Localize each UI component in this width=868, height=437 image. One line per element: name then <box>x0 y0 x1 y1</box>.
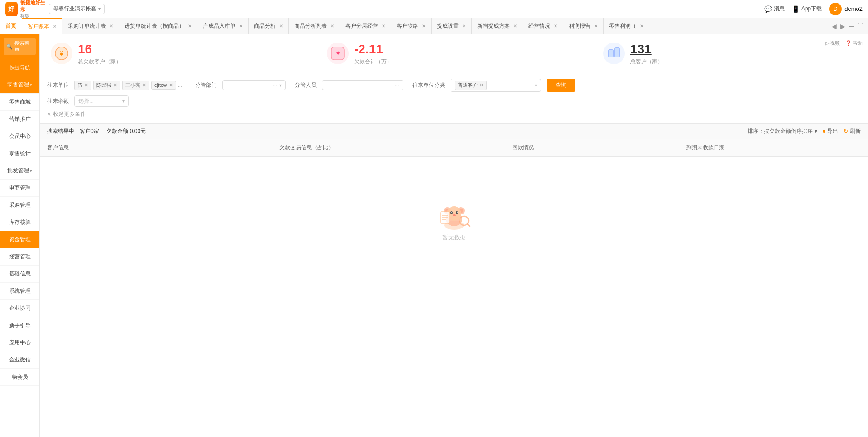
content-area: ¥ 16 总欠款客户（家） ✦ -2.11 欠款合计（万） <box>40 34 868 437</box>
remove-unit-wu-button[interactable]: ✕ <box>84 82 88 88</box>
customers-icon: ¥ <box>51 43 72 64</box>
app-download-button[interactable]: 📱 App下载 <box>792 5 822 13</box>
remove-unit-cjttcw-button[interactable]: ✕ <box>169 82 173 88</box>
close-icon[interactable]: ✕ <box>53 24 57 29</box>
sidebar-item-ecommerce[interactable]: 电商管理 <box>0 180 39 197</box>
tab-home[interactable]: 首页 <box>0 18 22 34</box>
tab-production-stock[interactable]: 产成品入库单 ✕ <box>197 18 249 34</box>
tab-purchase-order[interactable]: 采购订单统计表 ✕ <box>62 18 119 34</box>
svg-line-19 <box>467 224 470 227</box>
sort-button[interactable]: 排序：按欠款金额倒序排序 ▾ <box>748 128 817 135</box>
all-customers-icon <box>603 43 625 64</box>
tab-stock-stats[interactable]: 进货单统计表（按商品） ✕ <box>119 18 197 34</box>
remove-category-button[interactable]: ✕ <box>480 82 484 88</box>
user-menu-button[interactable]: D demo2 <box>829 3 863 15</box>
balance-dropdown-icon: ▾ <box>122 99 125 104</box>
col-repayment: 回款情况 <box>512 144 686 152</box>
search-menu-button[interactable]: 🔍 搜索菜单 <box>0 34 39 59</box>
close-icon[interactable]: ✕ <box>594 24 598 28</box>
results-info: 搜索结果中：客户0家 欠款金额 0.00元 <box>47 128 146 135</box>
close-icon[interactable]: ✕ <box>382 24 385 28</box>
collapse-filters-button[interactable]: ∧ 收起更多条件 <box>47 110 861 118</box>
sidebar-item-basic-info[interactable]: 基础信息 <box>0 266 39 283</box>
more-units-button[interactable]: ... <box>178 82 182 88</box>
sidebar-item-enterprise-wechat[interactable]: 企业微信 <box>0 352 39 369</box>
remove-unit-wang-button[interactable]: ✕ <box>142 82 146 88</box>
col-debt-info: 欠款交易信息（占比） <box>279 144 512 152</box>
sidebar-item-wholesale[interactable]: 批发管理 ▾ <box>0 162 39 180</box>
tab-operation[interactable]: 经营情况 ✕ <box>523 18 563 34</box>
tab-maximize-icon[interactable]: ⛶ <box>856 22 864 31</box>
sidebar-item-member-plus[interactable]: 畅会员 <box>0 369 39 386</box>
person-input[interactable]: ··· <box>322 80 403 90</box>
table-header: 客户信息 欠款交易信息（占比） 回款情况 到期未收款日期 <box>40 139 868 157</box>
stat-debt-values: -2.11 欠款合计（万） <box>354 42 392 66</box>
unit-filter-tags: 伍 ✕ 陈民强 ✕ 王小亮 ✕ cjttcw ✕ ... <box>74 81 182 90</box>
sidebar-item-purchase[interactable]: 采购管理 <box>0 197 39 214</box>
sidebar-item-guide[interactable]: 新手引导 <box>0 317 39 334</box>
sidebar-item-member[interactable]: 会员中心 <box>0 128 39 145</box>
tab-new-commission[interactable]: 新增提成方案 ✕ <box>472 18 523 34</box>
sidebar-item-quick-nav[interactable]: 快捷导航 <box>0 61 39 75</box>
tab-customer-account[interactable]: 客户账本 ✕ <box>22 18 62 34</box>
dept-select[interactable]: ··· ▾ <box>222 80 286 90</box>
remove-unit-chen-button[interactable]: ✕ <box>113 82 117 88</box>
svg-text:¥: ¥ <box>59 50 63 57</box>
sidebar-item-marketing[interactable]: 营销推广 <box>0 111 39 128</box>
sidebar-item-finance[interactable]: 资金管理 <box>0 231 39 248</box>
help-button[interactable]: ❓ 帮助 <box>845 40 863 47</box>
message-button[interactable]: 💬 消息 <box>764 5 785 13</box>
tab-profit-report[interactable]: 利润报告 ✕ <box>563 18 604 34</box>
close-icon[interactable]: ✕ <box>188 24 192 28</box>
sidebar: 🔍 搜索菜单 快捷导航 零售管理 ▾ 零售商城 营销推广 会员中心 零售统计 批… <box>0 34 40 437</box>
close-icon[interactable]: ✕ <box>110 24 113 28</box>
chevron-icon: ▾ <box>30 83 32 87</box>
category-select[interactable]: 普通客户 ✕ ▾ <box>451 79 541 92</box>
close-icon[interactable]: ✕ <box>331 24 334 28</box>
export-icon <box>823 130 825 133</box>
sidebar-item-app-center[interactable]: 应用中心 <box>0 334 39 352</box>
sidebar-item-inventory[interactable]: 库存核算 <box>0 214 39 231</box>
sidebar-item-operation[interactable]: 经营管理 <box>0 248 39 266</box>
sidebar-menu: 零售管理 ▾ 零售商城 营销推广 会员中心 零售统计 批发管理 ▾ 电商管理 采… <box>0 76 39 437</box>
tab-minimize-icon[interactable]: ─ <box>848 22 854 31</box>
sidebar-item-system[interactable]: 系统管理 <box>0 283 39 300</box>
sidebar-item-retail[interactable]: 零售管理 ▾ <box>0 76 39 94</box>
svg-rect-5 <box>615 48 619 57</box>
close-icon[interactable]: ✕ <box>513 24 517 28</box>
stat-debt-number: -2.11 <box>354 42 392 57</box>
person-more-icon: ··· <box>395 82 399 88</box>
dept-more-icon: ··· <box>273 82 278 88</box>
tab-customer-contact[interactable]: 客户联络 ✕ <box>391 18 432 34</box>
refresh-button[interactable]: ↻ 刷新 <box>844 128 861 135</box>
video-help-button[interactable]: ▷ 视频 <box>825 40 840 47</box>
balance-select[interactable]: 选择... ▾ <box>74 95 129 107</box>
tab-commission-settings[interactable]: 提成设置 ✕ <box>432 18 472 34</box>
tab-product-analysis-list[interactable]: 商品分析列表 ✕ <box>289 18 340 34</box>
tab-scroll-left-icon[interactable]: ◀ <box>831 22 838 31</box>
account-selector[interactable]: 母婴行业演示帐套 ▾ <box>49 4 105 14</box>
query-button[interactable]: 查询 <box>547 79 575 92</box>
nav-tabs: 首页 客户账本 ✕ 采购订单统计表 ✕ 进货单统计表（按商品） ✕ 产成品入库单… <box>0 18 868 34</box>
dept-filter-label: 分管部门 <box>195 81 217 89</box>
category-tag-normal: 普通客户 ✕ <box>455 81 487 90</box>
svg-point-16 <box>457 212 458 213</box>
sidebar-item-retail-mall[interactable]: 零售商城 <box>0 94 39 111</box>
export-button[interactable]: 导出 <box>823 128 838 135</box>
tab-customer-tier[interactable]: 客户分层经营 ✕ <box>340 18 391 34</box>
refresh-icon: ↻ <box>844 128 848 134</box>
close-icon[interactable]: ✕ <box>640 24 643 28</box>
stat-total-customers: ¥ 16 总欠款客户（家） <box>40 34 316 73</box>
close-icon[interactable]: ✕ <box>422 24 426 28</box>
tab-product-analysis[interactable]: 商品分析 ✕ <box>249 18 289 34</box>
close-icon[interactable]: ✕ <box>279 24 283 28</box>
tab-retail-profit[interactable]: 零售利润（ ✕ <box>604 18 649 34</box>
close-icon[interactable]: ✕ <box>462 24 466 28</box>
close-icon[interactable]: ✕ <box>554 24 557 28</box>
svg-text:✦: ✦ <box>335 49 341 57</box>
message-icon: 💬 <box>764 5 772 13</box>
tab-scroll-right-icon[interactable]: ▶ <box>839 22 846 31</box>
sidebar-item-retail-stats[interactable]: 零售统计 <box>0 145 39 162</box>
close-icon[interactable]: ✕ <box>239 24 243 28</box>
sidebar-item-enterprise[interactable]: 企业协同 <box>0 300 39 317</box>
